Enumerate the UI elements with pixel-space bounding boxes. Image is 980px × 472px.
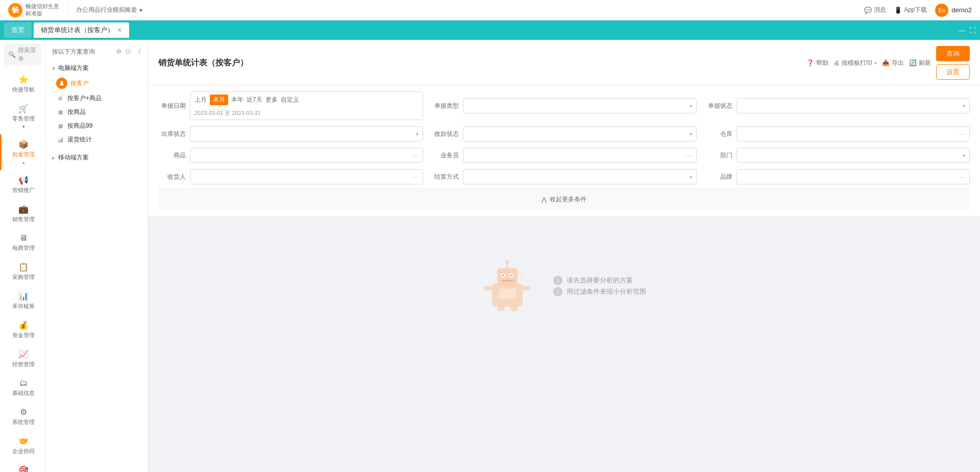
tab-sales-stat[interactable]: 销货单统计表（按客户） ✕ bbox=[34, 22, 129, 38]
collapse-row: ⋀ 收起更多条件 bbox=[158, 188, 970, 210]
maximize-icon[interactable]: ⛶ bbox=[969, 27, 976, 34]
sidebar-item-marketing[interactable]: 📢 营销推广 bbox=[0, 170, 45, 199]
tree-mobile-section: ▸ 移动端方案 bbox=[46, 151, 148, 164]
left-panel: 按以下方案查询 ⊕ ⊙ 《 ▾ 电脑端方案 按客户 bbox=[46, 40, 148, 472]
filter-brand-item: 品牌 ··· bbox=[705, 169, 970, 184]
scheme-by-customer[interactable]: 按客户 bbox=[46, 75, 148, 91]
refresh-button[interactable]: 🔄 刷新 bbox=[909, 59, 931, 67]
department-filter[interactable]: ▾ bbox=[737, 148, 970, 163]
marketing-icon: 📢 bbox=[18, 175, 29, 185]
filter-goods-item: 商品 ··· bbox=[158, 148, 423, 163]
tab-bar: 首页 销货单统计表（按客户） ✕ — ⛶ bbox=[0, 20, 980, 40]
date-more[interactable]: 更多 bbox=[265, 96, 278, 104]
settings-button[interactable]: 设置 bbox=[936, 64, 970, 80]
filter-area: 单据日期 上月 本月 本年 近7天 更多 自定义 2023-03-01 至 20… bbox=[148, 85, 980, 216]
inventory-icon: 📊 bbox=[18, 291, 29, 301]
platform-selector[interactable]: 办公用品行业模拟账套 ▾ bbox=[76, 6, 142, 14]
message-icon: 💬 bbox=[864, 7, 872, 14]
phone-icon: 📱 bbox=[894, 7, 902, 14]
user-menu[interactable]: Ea demo2 bbox=[935, 4, 972, 17]
export-button[interactable]: 📤 导出 bbox=[882, 59, 904, 67]
receiver-dots-icon: ··· bbox=[413, 173, 419, 181]
empty-text-group: 1 请先选择要分析的方案 2 用过滤条件来缩小分析范围 bbox=[553, 274, 646, 298]
sidebar-item-sales[interactable]: 💼 销售管理 bbox=[0, 199, 45, 228]
tree-desktop-section: ▾ 电脑端方案 bbox=[46, 61, 148, 75]
salesperson-filter[interactable]: ··· bbox=[463, 148, 696, 163]
scheme-by-goods99[interactable]: ▦ 按商品99 bbox=[46, 119, 148, 133]
query-button[interactable]: 查询 bbox=[936, 46, 970, 61]
goods-filter[interactable]: ··· bbox=[190, 148, 423, 163]
box99-icon: ▦ bbox=[56, 122, 64, 130]
ship-status-filter[interactable]: ▾ bbox=[190, 126, 423, 141]
active-dot bbox=[56, 78, 67, 89]
goods-dots-icon: ··· bbox=[413, 151, 419, 159]
payment-method-filter[interactable]: ▾ bbox=[463, 169, 696, 184]
svg-rect-14 bbox=[499, 289, 516, 299]
sidebar-item-quick-nav[interactable]: ⭐ 快捷导航 bbox=[0, 69, 45, 99]
sidebar-item-operation[interactable]: 📈 经营管理 bbox=[0, 344, 45, 373]
sidebar-item-inventory[interactable]: 📊 库存核算 bbox=[0, 286, 45, 315]
sidebar-item-basic[interactable]: 🗂 基础信息 bbox=[0, 373, 45, 402]
home-label: 首页 bbox=[11, 26, 24, 35]
sidebar-item-newbie[interactable]: 🎯 新手引导 bbox=[0, 460, 45, 472]
doc-type-filter[interactable]: ▾ bbox=[463, 98, 696, 113]
ship-status-arrow-icon: ▾ bbox=[416, 131, 419, 137]
print-button[interactable]: 🖨 按模板打印 ▾ bbox=[834, 59, 877, 67]
chevron-down-icon: ▾ bbox=[139, 7, 142, 14]
tab-close-icon[interactable]: ✕ bbox=[117, 27, 122, 34]
payment-status-filter[interactable]: ▾ bbox=[463, 126, 696, 141]
sidebar-item-ecom[interactable]: 🖥 电商管理 bbox=[0, 228, 45, 257]
date-last-7-days[interactable]: 近7天 bbox=[247, 96, 262, 104]
print-arrow-icon: ▾ bbox=[874, 60, 877, 66]
top-header: 畅 畅捷信好生意 标准版 办公用品行业模拟账套 ▾ 💬 消息 📱 App下载 E… bbox=[0, 0, 980, 20]
message-button[interactable]: 💬 消息 bbox=[864, 6, 886, 14]
sidebar-item-corp[interactable]: 🤝 企业协同 bbox=[0, 431, 45, 460]
receiver-filter[interactable]: ··· bbox=[190, 169, 423, 184]
brand-dots-icon: ··· bbox=[959, 173, 965, 181]
header-query-actions: 查询 设置 bbox=[936, 46, 970, 80]
tab-home[interactable]: 首页 bbox=[4, 22, 32, 38]
filter-date-item: 单据日期 上月 本月 本年 近7天 更多 自定义 2023-03-01 至 20… bbox=[158, 91, 423, 120]
date-filter[interactable]: 上月 本月 本年 近7天 更多 自定义 2023-03-01 至 2023-03… bbox=[190, 91, 423, 120]
filter-row-4: 收货人 ··· 结算方式 ▾ bbox=[158, 169, 970, 184]
collapse-button[interactable]: ⋀ 收起更多条件 bbox=[538, 192, 590, 207]
date-current-month[interactable]: 本月 bbox=[210, 95, 228, 105]
svg-rect-2 bbox=[497, 268, 518, 285]
help-button[interactable]: ❓ 帮助 bbox=[806, 59, 828, 67]
chart-icon: 📊 bbox=[56, 136, 64, 144]
payment-method-arrow-icon: ▾ bbox=[690, 174, 692, 180]
warehouse-filter[interactable]: ··· bbox=[737, 126, 970, 141]
date-range-display: 2023-03-01 至 2023-03-31 bbox=[194, 109, 419, 117]
sidebar-item-system[interactable]: ⚙ 系统管理 bbox=[0, 402, 45, 431]
sidebar-item-retail[interactable]: 🛒 零售管理 ▾ bbox=[0, 99, 45, 134]
search-menu-button[interactable]: 🔍 搜索菜单 bbox=[4, 44, 41, 65]
date-prev-month[interactable]: 上月 bbox=[194, 96, 207, 104]
scheme-by-customer-goods[interactable]: ⊞ 按客户+商品 bbox=[46, 91, 148, 105]
empty-hint-1: 1 请先选择要分析的方案 bbox=[553, 276, 646, 285]
minimize-icon[interactable]: — bbox=[959, 27, 965, 34]
scheme-return-stat[interactable]: 📊 退货统计 bbox=[46, 133, 148, 147]
retail-icon: 🛒 bbox=[18, 104, 29, 113]
filter-ship-status-item: 出库状态 ▾ bbox=[158, 126, 423, 141]
add-scheme-icon[interactable]: ⊕ bbox=[116, 47, 122, 56]
hint-num-1: 1 bbox=[553, 276, 562, 285]
quick-nav-icon: ⭐ bbox=[18, 75, 29, 84]
sidebar-item-purchase[interactable]: 📋 采购管理 bbox=[0, 257, 45, 286]
settings-scheme-icon[interactable]: ⊙ bbox=[125, 47, 131, 56]
doc-status-filter[interactable]: ▾ bbox=[737, 98, 970, 113]
brand-filter[interactable]: ··· bbox=[737, 169, 970, 184]
svg-rect-13 bbox=[510, 305, 518, 311]
page-actions: ❓ 帮助 🖨 按模板打印 ▾ 📤 导出 🔄 刷新 bbox=[806, 46, 970, 80]
logo-area: 畅 畅捷信好生意 标准版 bbox=[8, 3, 59, 17]
date-current-year[interactable]: 本年 bbox=[231, 96, 243, 104]
scheme-by-goods[interactable]: ▦ 按商品 bbox=[46, 105, 148, 119]
filter-doc-status-item: 单据状态 ▾ bbox=[705, 98, 970, 113]
system-icon: ⚙ bbox=[20, 407, 27, 417]
header-left: 畅 畅捷信好生意 标准版 办公用品行业模拟账套 ▾ bbox=[8, 3, 142, 17]
date-custom[interactable]: 自定义 bbox=[281, 96, 299, 104]
sidebar-item-wholesale[interactable]: 📦 批发管理 ▴ bbox=[0, 134, 45, 170]
collapse-left-icon[interactable]: 《 bbox=[134, 47, 141, 56]
sidebar-item-finance[interactable]: 💰 资金管理 bbox=[0, 315, 45, 344]
filter-salesperson-item: 业务员 ··· bbox=[431, 148, 696, 163]
app-download-button[interactable]: 📱 App下载 bbox=[894, 6, 927, 14]
